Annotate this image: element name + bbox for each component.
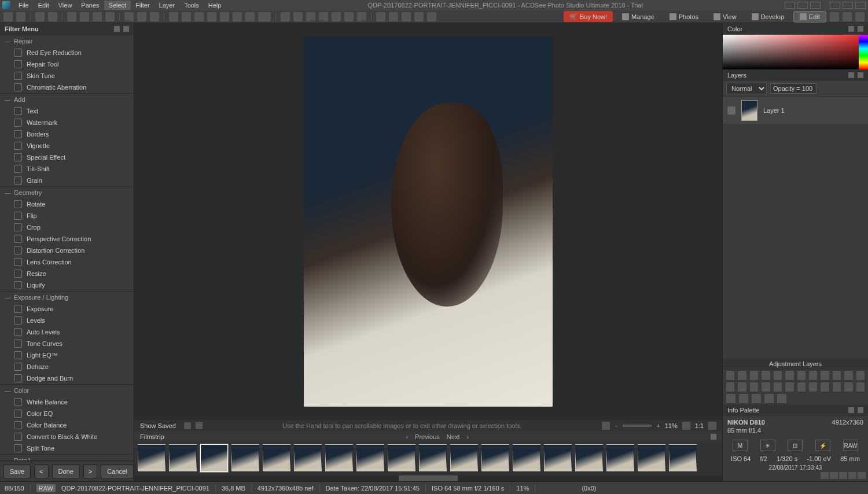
bw-adj-icon[interactable] (809, 371, 817, 380)
curves-adj-icon[interactable] (750, 371, 758, 380)
view-mode-button[interactable]: View (708, 12, 742, 22)
tile-center-icon[interactable] (797, 2, 808, 9)
select-tool-icon[interactable] (16, 12, 25, 21)
menu-filter[interactable]: Filter (131, 1, 154, 10)
rb-icon-2[interactable] (830, 472, 838, 479)
visibility-icon[interactable] (727, 106, 735, 115)
cancel-button[interactable]: Cancel (101, 464, 133, 478)
filter-lens-correction[interactable]: Lens Correction (0, 256, 134, 268)
filter-dodge-and-burn[interactable]: Dodge and Burn (0, 373, 134, 384)
shape-icon[interactable] (207, 12, 216, 21)
redo-icon[interactable] (48, 12, 57, 21)
filter-text[interactable]: Text (0, 105, 134, 117)
zoom-dropdown-icon[interactable] (602, 422, 610, 430)
filmstrip-thumb[interactable] (356, 444, 384, 472)
preview-icon[interactable] (402, 12, 411, 21)
new-layer-icon[interactable] (726, 394, 735, 403)
more-adj-icon[interactable] (856, 371, 865, 380)
rotate-icon[interactable] (344, 12, 354, 21)
undo-icon[interactable] (35, 12, 45, 21)
show-saved-toggle[interactable]: Show Saved (140, 422, 176, 429)
filmstrip-thumb[interactable] (388, 444, 415, 472)
blend-mode-select[interactable]: Normal (726, 83, 767, 94)
eyedropper-icon[interactable] (169, 12, 178, 21)
filmstrip-thumb[interactable] (575, 444, 603, 472)
maximize-icon[interactable] (843, 2, 853, 9)
filter-resize[interactable]: Resize (0, 268, 134, 279)
lasso-icon[interactable] (80, 12, 89, 21)
filter-vignette[interactable]: Vignette (0, 140, 134, 152)
save-button[interactable]: Save (3, 464, 31, 478)
pin-icon[interactable] (848, 407, 854, 413)
clone-icon[interactable] (245, 12, 255, 21)
filter-crop[interactable]: Crop (0, 222, 134, 233)
adj2-11-icon[interactable] (844, 382, 852, 392)
filter-special-effect[interactable]: Special Effect (0, 152, 134, 163)
menu-view[interactable]: View (54, 1, 77, 10)
zoom-slider[interactable] (623, 425, 652, 427)
adj2-1-icon[interactable] (726, 382, 734, 392)
move-icon[interactable] (332, 12, 341, 21)
filter-grain[interactable]: Grain (0, 175, 134, 186)
menu-select[interactable]: Select (104, 1, 131, 10)
hsl-adj-icon[interactable] (821, 371, 829, 380)
target-icon[interactable] (306, 12, 315, 21)
filter-repair-tool[interactable]: Repair Tool (0, 58, 134, 70)
filter-levels[interactable]: Levels (0, 315, 134, 326)
light-adj-icon[interactable] (762, 371, 770, 380)
levels-adj-icon[interactable] (738, 371, 746, 380)
filter-borders[interactable]: Borders (0, 128, 134, 140)
filter-skin-tune[interactable]: Skin Tune (0, 70, 134, 82)
done-button[interactable]: Done (52, 464, 80, 478)
zoom-actual-button[interactable]: 1:1 (695, 422, 704, 429)
adj2-8-icon[interactable] (809, 382, 817, 392)
pin-icon[interactable] (848, 26, 854, 32)
buy-now-button[interactable]: 🛒 Buy Now! (564, 11, 613, 22)
chevron-right-icon[interactable]: › (466, 433, 469, 440)
filmstrip-thumb[interactable] (606, 444, 634, 472)
filter-flip[interactable]: Flip (0, 210, 134, 222)
group-repair[interactable]: Repair (0, 35, 134, 47)
filmstrip-thumb[interactable] (200, 444, 228, 472)
hand-tool-icon[interactable] (3, 12, 13, 21)
rb-icon-4[interactable] (848, 472, 856, 479)
filter-chromatic-aberration[interactable]: Chromatic Aberration (0, 82, 134, 93)
adj2-2-icon[interactable] (738, 382, 746, 392)
histogram-icon[interactable] (855, 12, 865, 21)
filmstrip-next[interactable]: Next (447, 433, 460, 440)
adj2-6-icon[interactable] (785, 382, 793, 392)
rb-icon-5[interactable] (858, 472, 866, 479)
color-picker[interactable] (723, 35, 868, 69)
adj2-5-icon[interactable] (774, 382, 782, 392)
color-swatch-icon[interactable] (258, 12, 271, 21)
adj2-3-icon[interactable] (750, 382, 758, 392)
filter-red-eye-reduction[interactable]: Red Eye Reduction (0, 47, 134, 58)
zoom-fit-icon[interactable] (281, 12, 290, 21)
close-icon[interactable] (858, 26, 863, 32)
menu-layer[interactable]: Layer (155, 1, 180, 10)
group-exposure-lighting[interactable]: Exposure / Lighting (0, 291, 134, 303)
sync-icon[interactable] (830, 12, 839, 21)
photos-mode-button[interactable]: Photos (664, 12, 704, 22)
filmstrip-thumb[interactable] (138, 444, 165, 472)
edit-mode-button[interactable]: Edit (793, 11, 826, 23)
rb-icon-1[interactable] (821, 472, 829, 479)
group-color[interactable]: Color (0, 384, 134, 396)
chevron-left-icon[interactable]: ‹ (406, 433, 408, 440)
next-image-button[interactable]: > (83, 464, 97, 478)
gradient-icon[interactable] (194, 12, 204, 21)
adj2-12-icon[interactable] (856, 382, 865, 392)
filmstrip-thumb[interactable] (169, 444, 197, 472)
zoom-fit-icon[interactable] (682, 422, 690, 430)
text-tool-icon[interactable] (124, 12, 134, 21)
filter-color-eq[interactable]: Color EQ (0, 408, 134, 419)
filter-convert-to-black-white[interactable]: Convert to Black & White (0, 431, 134, 443)
add-mask-icon[interactable] (739, 394, 748, 403)
brush-icon[interactable] (137, 12, 146, 21)
filmstrip-thumb[interactable] (419, 444, 447, 472)
minimize-icon[interactable] (830, 2, 840, 9)
rb-icon-3[interactable] (839, 472, 847, 479)
filmstrip-thumb[interactable] (638, 444, 665, 472)
adj2-4-icon[interactable] (762, 382, 770, 392)
vibrance-adj-icon[interactable] (833, 371, 841, 380)
